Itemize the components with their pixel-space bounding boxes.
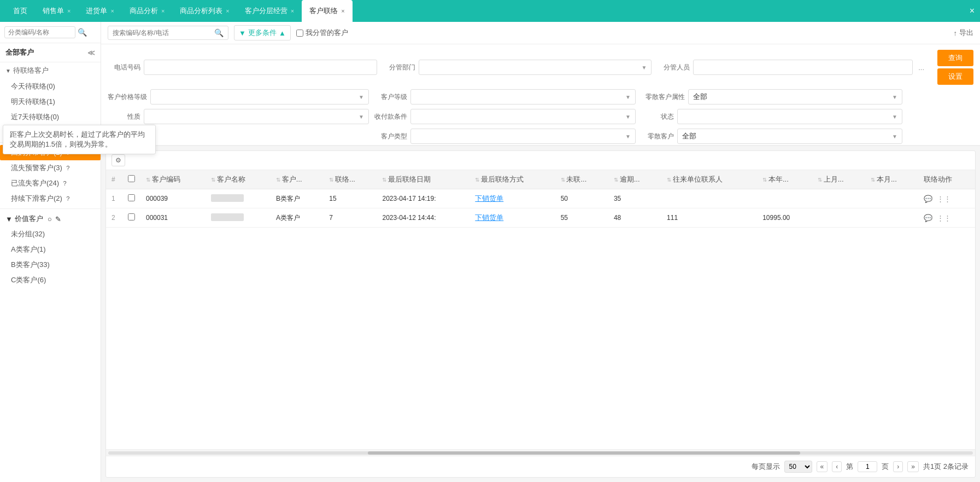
nav-sales[interactable]: 销售单 × xyxy=(35,0,78,22)
prev-page-button[interactable]: ‹ xyxy=(832,461,842,472)
close-product-analysis-icon[interactable]: × xyxy=(161,8,165,14)
customer-grade-field: 客户等级 ▼ xyxy=(374,89,636,104)
first-page-button[interactable]: « xyxy=(817,461,828,472)
export-button[interactable]: ↑ 导出 xyxy=(954,28,974,38)
row1-chat-icon[interactable]: 💬 xyxy=(924,195,932,203)
col-name[interactable]: 客户名称 xyxy=(206,170,271,189)
row2-last-month xyxy=(812,208,865,228)
last-page-button[interactable]: » xyxy=(907,461,919,472)
col-contact[interactable]: 联络... xyxy=(324,170,377,189)
department-select[interactable]: ▼ xyxy=(419,60,652,75)
value-edit-icon[interactable]: ○ xyxy=(48,215,52,223)
sidebar-7day-pending[interactable]: 近7天待联络(0) xyxy=(0,109,101,125)
row2-method-link[interactable]: 下销货单 xyxy=(475,213,503,222)
main-layout: 🔍 全部客户 ≪ ▼ 待联络客户 今天待联络(0) 明天待联络(1) 近7天待联… xyxy=(0,22,980,482)
sidebar-search-button[interactable]: 🔍 xyxy=(78,28,87,37)
sidebar-keep-down[interactable]: 持续下滑客户(2) ? xyxy=(0,191,101,206)
sidebar-search-input[interactable] xyxy=(4,26,75,38)
nav-purchase[interactable]: 进货单 × xyxy=(78,0,121,22)
customer-grade-select[interactable]: ▼ xyxy=(410,89,636,104)
search-input[interactable] xyxy=(113,29,211,37)
keep-down-help-icon[interactable]: ? xyxy=(66,195,69,202)
status-select[interactable]: ▼ xyxy=(677,109,902,124)
sidebar-pending-section[interactable]: ▼ 待联络客户 xyxy=(0,62,101,79)
search-box[interactable]: 🔍 xyxy=(108,26,228,40)
nav-product-analysis[interactable]: 商品分析 × xyxy=(122,0,172,22)
row1-method-link[interactable]: 下销货单 xyxy=(475,194,503,202)
close-customer-seg-icon[interactable]: × xyxy=(291,8,294,14)
row2-chat-icon[interactable]: 💬 xyxy=(924,214,932,222)
scroll-thumb[interactable] xyxy=(368,451,800,455)
scatter-customer-select[interactable]: 全部 ▼ xyxy=(677,129,902,144)
col-checkbox xyxy=(122,170,140,189)
row1-checkbox[interactable] xyxy=(128,194,135,201)
col-last-contact-method[interactable]: 最后联络方式 xyxy=(470,170,555,189)
payment-select[interactable]: ▼ xyxy=(410,109,636,124)
close-customer-contact-icon[interactable]: × xyxy=(341,8,344,14)
row2-checkbox[interactable] xyxy=(128,213,135,220)
settings-button[interactable]: 设置 xyxy=(937,68,973,85)
customer-type-select[interactable]: ▼ xyxy=(410,129,636,144)
value-settings-icon[interactable]: ✎ xyxy=(55,215,61,223)
col-last-contact-date[interactable]: 最后联络日期 xyxy=(377,170,470,189)
collapse-icon[interactable]: ≪ xyxy=(87,49,95,57)
row2-unreached: 55 xyxy=(555,208,608,228)
sidebar-class-b[interactable]: B类客户(33) xyxy=(0,257,101,272)
nav-customer-contact[interactable]: 客户联络 × xyxy=(302,0,352,22)
sidebar-tomorrow-pending[interactable]: 明天待联络(1) xyxy=(0,94,101,109)
price-grade-select[interactable]: ▼ xyxy=(150,89,369,104)
scroll-track xyxy=(108,451,973,455)
row2-last-method: 下销货单 xyxy=(470,208,555,228)
col-this-month[interactable]: 本月... xyxy=(865,170,918,189)
scatter-attr-select[interactable]: 全部 ▼ xyxy=(688,89,902,104)
close-product-list-icon[interactable]: × xyxy=(226,8,229,14)
row2-action-icons: 💬 ⋮⋮ xyxy=(924,214,970,222)
col-type[interactable]: 客户... xyxy=(271,170,324,189)
row1-name-placeholder xyxy=(211,194,244,202)
next-page-button[interactable]: › xyxy=(893,461,903,472)
table-scroll-area[interactable]: # 客户编码 客户名称 客户... xyxy=(106,170,975,449)
horizontal-scrollbar[interactable] xyxy=(106,449,975,456)
table-settings-button[interactable]: ⚙ xyxy=(112,154,125,166)
customer-table: # 客户编码 客户名称 客户... xyxy=(106,170,975,228)
col-last-month[interactable]: 上月... xyxy=(812,170,865,189)
sidebar-all-customers-header[interactable]: 全部客户 ≪ xyxy=(0,43,101,62)
sidebar-value-customer-section[interactable]: ▼ 价值客户 ○ ✎ xyxy=(0,211,101,227)
sidebar-today-pending[interactable]: 今天待联络(0) xyxy=(0,79,101,94)
per-page-select[interactable]: 50 20 100 xyxy=(784,461,812,473)
sidebar-lost-warning[interactable]: 流失预警客户(3) ? xyxy=(0,160,101,176)
current-page-input[interactable] xyxy=(858,461,877,472)
lost-warning-help-icon[interactable]: ? xyxy=(66,165,69,171)
nav-customer-segmentation[interactable]: 客户分层经营 × xyxy=(237,0,302,22)
close-all-button[interactable]: × xyxy=(970,6,975,16)
select-all-checkbox[interactable] xyxy=(128,175,135,182)
total-records-label: 共1页 2条记录 xyxy=(923,462,969,472)
status-field: 状态 ▼ xyxy=(641,109,902,124)
col-overdue[interactable]: 逾期... xyxy=(608,170,661,189)
col-unreached[interactable]: 未联... xyxy=(555,170,608,189)
sidebar-ungroup[interactable]: 未分组(32) xyxy=(0,227,101,242)
col-company-contact[interactable]: 往来单位联系人 xyxy=(661,170,757,189)
my-customers-checkbox[interactable] xyxy=(296,30,303,37)
manager-select[interactable] xyxy=(693,60,913,75)
close-purchase-icon[interactable]: × xyxy=(110,8,114,14)
sidebar-already-lost[interactable]: 已流失客户(24) ? xyxy=(0,176,101,191)
phone-input[interactable] xyxy=(144,60,377,75)
nav-product-list[interactable]: 商品分析列表 × xyxy=(172,0,237,22)
query-button[interactable]: 查询 xyxy=(937,50,973,66)
manager-more-icon[interactable]: ... xyxy=(916,63,926,72)
nature-select[interactable]: ▼ xyxy=(144,109,369,124)
row2-code: 000031 xyxy=(140,208,206,228)
col-this-year[interactable]: 本年... xyxy=(757,170,812,189)
nature-field: 性质 ▼ xyxy=(108,109,369,124)
sidebar-class-a[interactable]: A类客户(1) xyxy=(0,242,101,257)
row2-more-icon[interactable]: ⋮⋮ xyxy=(937,214,951,222)
nav-home[interactable]: 首页 xyxy=(5,0,35,22)
col-code[interactable]: 客户编码 xyxy=(140,170,206,189)
more-conditions-button[interactable]: ▼ 更多条件 ▲ xyxy=(234,25,291,40)
row1-more-icon[interactable]: ⋮⋮ xyxy=(937,195,951,203)
row2-name-placeholder xyxy=(211,213,244,221)
sidebar-class-c[interactable]: C类客户(6) xyxy=(0,272,101,288)
close-sales-icon[interactable]: × xyxy=(67,8,71,14)
already-lost-help-icon[interactable]: ? xyxy=(63,180,66,187)
